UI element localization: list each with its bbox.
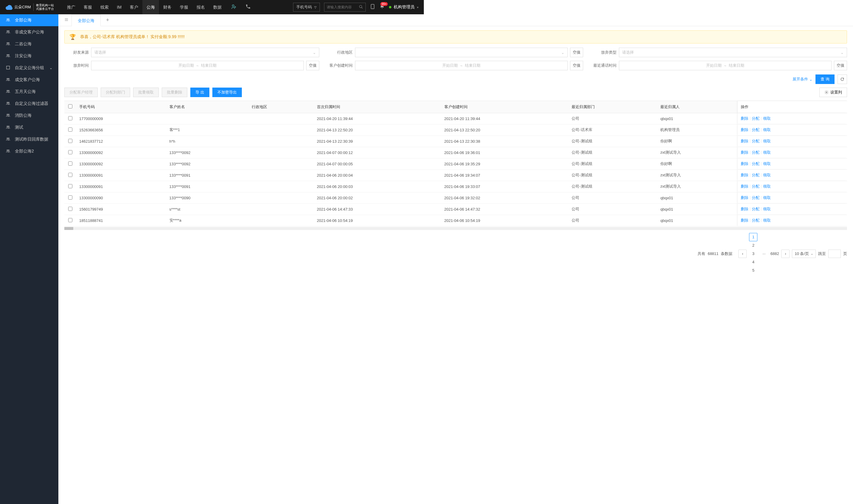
abandon-time-range[interactable]: 开始日期~结束日期 xyxy=(91,61,304,70)
nav-item[interactable]: 学服 xyxy=(176,0,193,14)
table-row: 15263663656客***12021-04-13 22:50:202021-… xyxy=(64,124,424,136)
search-type-select[interactable]: 手机号码 ▽ xyxy=(293,3,320,12)
cell-region xyxy=(249,113,314,124)
tab-all-public[interactable]: 全部公海 xyxy=(72,14,101,26)
sidebar-item[interactable]: 非成交客户公海 xyxy=(0,26,58,38)
nav-item[interactable]: IM xyxy=(113,0,126,14)
bell-icon[interactable]: 99+ xyxy=(379,4,385,11)
row-checkbox[interactable] xyxy=(68,127,72,132)
user-add-icon[interactable] xyxy=(228,4,240,11)
row-checkbox[interactable] xyxy=(68,195,72,200)
column-header: 手机号码 xyxy=(76,101,166,113)
group-icon xyxy=(6,18,11,23)
logo-brand: 云朵CRM xyxy=(14,4,31,10)
content-area: 🏆 恭喜，公司-话术库 机构管理员成单！ 实付金额:9.99 !!!!!! 好友… xyxy=(58,26,424,252)
logo[interactable]: 云朵CRM 教育机构一站 式服务云平台 xyxy=(5,3,54,11)
status-dot-icon xyxy=(389,6,392,8)
cell-first: 2021-04-06 20:00:04 xyxy=(314,169,424,181)
sidebar-item[interactable]: 自定义公海过滤器 xyxy=(0,98,58,110)
horizontal-scrollbar[interactable] xyxy=(64,227,424,230)
cell-first: 2021-04-06 20:00:02 xyxy=(314,192,424,203)
sidebar-item[interactable]: 二咨公海 xyxy=(0,38,58,50)
filter-label: 好友来源 xyxy=(64,50,89,55)
user-menu[interactable]: 机构管理员 ▾ xyxy=(389,4,418,10)
nav-item[interactable]: 数据 xyxy=(209,0,226,14)
cell-phone: 14621837712 xyxy=(76,136,166,147)
select-all-checkbox[interactable] xyxy=(68,104,72,108)
create-time-range[interactable]: 开始日期~结束日期 xyxy=(355,61,424,70)
sidebar-item[interactable]: 成交客户公海 xyxy=(0,74,58,86)
nav-item[interactable]: 公海 xyxy=(142,0,159,14)
row-checkbox[interactable] xyxy=(68,207,72,211)
nav-item[interactable]: 客服 xyxy=(79,0,96,14)
sidebar-item[interactable]: 全部公海 xyxy=(0,14,58,26)
sidebar-item[interactable]: 五月天公海 xyxy=(0,86,58,98)
cell-phone: 17700000009 xyxy=(76,113,166,124)
row-checkbox[interactable] xyxy=(68,173,72,177)
cell-phone: 13300000092 xyxy=(76,158,166,169)
query-row: 展开条件 ⌄ 查 询 xyxy=(64,74,424,84)
banner-text: 恭喜，公司-话术库 机构管理员成单！ 实付金额:9.99 !!!!!! xyxy=(80,34,185,40)
empty-value-button[interactable]: 空值 xyxy=(306,61,319,70)
chevron-down-icon: ▾ xyxy=(417,6,418,9)
cell-region xyxy=(249,203,314,215)
svg-point-24 xyxy=(8,138,9,139)
cell-name: 133****0092 xyxy=(166,147,249,158)
svg-point-21 xyxy=(7,126,8,127)
column-header: 客户姓名 xyxy=(166,101,249,113)
cell-phone: 13300000091 xyxy=(76,169,166,181)
nav-item[interactable]: 推广 xyxy=(63,0,79,14)
cell-phone: 13300000090 xyxy=(76,192,166,203)
group-icon xyxy=(6,42,11,47)
table-row: 18511888741安****a2021-04-06 10:54:192021… xyxy=(64,215,424,226)
svg-point-7 xyxy=(8,31,9,32)
export-button[interactable]: 导 出 xyxy=(190,88,210,97)
assign-dept-button[interactable]: 分配到部门 xyxy=(101,88,130,97)
nav-item[interactable]: 线索 xyxy=(96,0,113,14)
tab-add-icon[interactable]: + xyxy=(101,17,115,23)
column-header: 首次归属时间 xyxy=(314,101,424,113)
sidebar-item[interactable]: 自定义公海分组⌄ xyxy=(0,62,58,74)
cell-first: 2021-04-20 11:39:44 xyxy=(314,113,424,124)
row-checkbox[interactable] xyxy=(68,161,72,166)
search-input[interactable] xyxy=(327,5,359,9)
header-right: 手机号码 ▽ 99+ 机构管理员 ▾ xyxy=(293,3,418,12)
sidebar-item[interactable]: 消防公海 xyxy=(0,110,58,122)
batch-delete-button[interactable]: 批量删除 xyxy=(162,88,187,97)
assign-manager-button[interactable]: 分配客户经理 xyxy=(64,88,98,97)
cell-region xyxy=(249,169,314,181)
nav-item[interactable]: 客户 xyxy=(126,0,142,14)
row-checkbox[interactable] xyxy=(68,139,72,143)
cell-first: 2021-04-06 14:47:33 xyxy=(314,203,424,215)
friend-source-select[interactable]: 请选择⌄ xyxy=(91,48,319,57)
row-checkbox[interactable] xyxy=(68,116,72,120)
cloud-icon xyxy=(5,4,13,10)
search-icon[interactable] xyxy=(359,5,363,10)
cell-first: 2021-04-13 22:30:39 xyxy=(314,136,424,147)
tablet-icon[interactable] xyxy=(370,4,375,11)
batch-claim-button[interactable]: 批量领取 xyxy=(133,88,159,97)
sidebar-item[interactable]: 测试昨日回库数据 xyxy=(0,133,58,145)
phone-icon[interactable] xyxy=(242,4,254,11)
cell-first: 2021-04-06 10:54:19 xyxy=(314,215,424,226)
cell-region xyxy=(249,192,314,203)
sidebar: 全部公海非成交客户公海二咨公海注安公海自定义公海分组⌄成交客户公海五月天公海自定… xyxy=(0,14,58,252)
sidebar-item[interactable]: 注安公海 xyxy=(0,50,58,62)
group-icon xyxy=(6,137,11,142)
cell-name: s****st xyxy=(166,203,249,215)
group-icon xyxy=(6,101,11,106)
cell-name: 安****a xyxy=(166,215,249,226)
tab-list-icon[interactable] xyxy=(61,18,72,23)
nav-item[interactable]: 财务 xyxy=(159,0,176,14)
row-checkbox[interactable] xyxy=(68,150,72,154)
cell-phone: 18511888741 xyxy=(76,215,166,226)
row-checkbox[interactable] xyxy=(68,218,72,222)
row-checkbox[interactable] xyxy=(68,184,72,188)
nav-item[interactable]: 报名 xyxy=(193,0,209,14)
sidebar-item[interactable]: 测试 xyxy=(0,122,58,133)
region-select[interactable]: ⌄ xyxy=(355,48,424,57)
svg-point-6 xyxy=(7,31,8,32)
filter-label: 行政地区 xyxy=(328,50,352,55)
sidebar-item[interactable]: 全部公海2 xyxy=(0,145,58,157)
export-unencrypted-button[interactable]: 不加密导出 xyxy=(212,88,242,97)
